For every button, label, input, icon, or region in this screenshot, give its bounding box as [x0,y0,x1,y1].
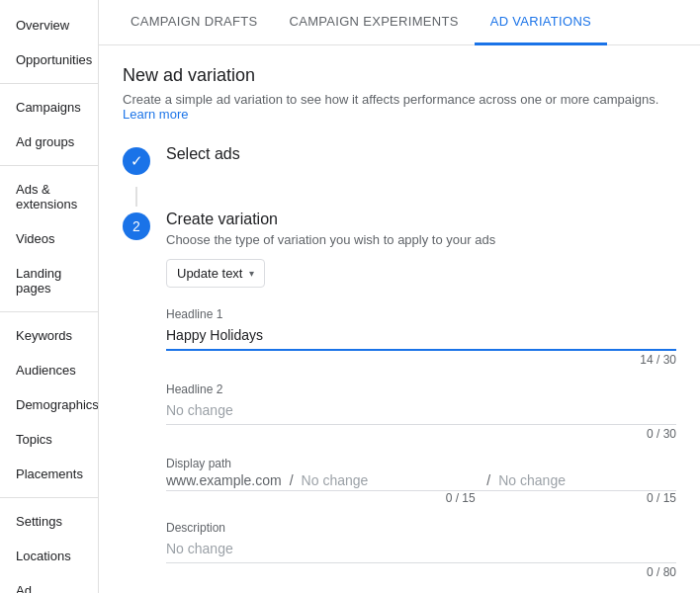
path-separator-1: / [290,472,294,488]
page-title: New ad variation [123,65,676,86]
sidebar-item-settings[interactable]: Settings [0,504,98,539]
sidebar-item-locations[interactable]: Locations [0,539,98,573]
update-text-dropdown[interactable]: Update text ▾ [166,259,265,288]
step-1-title: Select ads [166,145,676,163]
sidebar: Overview Opportunities Campaigns Ad grou… [0,0,99,593]
page-subtitle: Create a simple ad variation to see how … [123,92,676,122]
sidebar-item-ads-extensions[interactable]: Ads & extensions [0,172,98,221]
sidebar-item-placements[interactable]: Placements [0,457,98,491]
sidebar-divider-1 [0,83,98,84]
display-path-segment1[interactable]: No change [302,472,480,488]
display-path-field-group: Display path www.example.com / No change… [166,457,676,505]
headline2-label: Headline 2 [166,382,676,396]
description-underline [166,562,676,563]
sidebar-item-landing-pages[interactable]: Landing pages [0,256,98,305]
sidebar-item-campaigns[interactable]: Campaigns [0,90,98,125]
sidebar-item-demographics[interactable]: Demographics [0,387,98,422]
headline1-label: Headline 1 [166,307,676,321]
description-value[interactable]: No change [166,537,676,560]
sidebar-item-videos[interactable]: Videos [0,221,98,256]
tab-campaign-experiments[interactable]: CAMPAIGN EXPERIMENTS [274,0,475,45]
step-1: ✓ Select ads [123,145,676,175]
display-path-segment2[interactable]: No change [498,472,676,488]
content-area: New ad variation Create a simple ad vari… [99,45,700,593]
sidebar-divider-3 [0,311,98,312]
learn-more-link[interactable]: Learn more [123,107,188,122]
dropdown-label: Update text [177,266,243,281]
display-path-counter2: 0 / 15 [522,491,676,505]
step-2-content: Create variation Choose the type of vari… [166,211,676,593]
headline1-value[interactable]: Happy Holidays [166,323,676,347]
step-connector [135,187,137,207]
headline2-value[interactable]: No change [166,398,676,422]
tab-campaign-drafts[interactable]: CAMPAIGN DRAFTS [115,0,274,45]
description-label: Description [166,521,676,535]
display-path-label: Display path [166,457,676,470]
step-1-content: Select ads [166,145,676,167]
display-path-counter1: 0 / 15 [320,491,475,505]
headline1-counter: 14 / 30 [166,353,676,367]
display-path-base: www.example.com [166,472,282,488]
sidebar-item-opportunities[interactable]: Opportunities [0,42,98,77]
sidebar-item-audiences[interactable]: Audiences [0,353,98,387]
sidebar-item-keywords[interactable]: Keywords [0,318,98,353]
sidebar-divider-2 [0,165,98,166]
headline1-underline [166,349,676,351]
tab-ad-variations[interactable]: AD VARIATIONS [475,0,607,45]
step-2-title: Create variation [166,211,676,228]
tab-bar: CAMPAIGN DRAFTS CAMPAIGN EXPERIMENTS AD … [99,0,700,45]
variation-description: Choose the type of variation you wish to… [166,232,676,247]
path-separator-2: / [486,472,490,488]
step-2-icon: 2 [123,212,150,240]
headline2-field-group: Headline 2 No change 0 / 30 [166,382,676,441]
headline2-underline [166,424,676,425]
step-1-icon: ✓ [123,147,150,175]
description-counter: 0 / 80 [166,565,676,579]
checkmark-icon: ✓ [131,152,143,170]
headline1-field-group: Headline 1 Happy Holidays 14 / 30 [166,307,676,367]
headline2-counter: 0 / 30 [166,427,676,441]
description-field-group: Description No change 0 / 80 [166,521,676,579]
sidebar-item-topics[interactable]: Topics [0,422,98,457]
main-content: CAMPAIGN DRAFTS CAMPAIGN EXPERIMENTS AD … [99,0,700,593]
display-path-row: www.example.com / No change / No change [166,472,676,488]
sidebar-item-overview[interactable]: Overview [0,8,98,42]
chevron-down-icon: ▾ [249,268,254,279]
sidebar-divider-4 [0,497,98,498]
sidebar-item-ad-schedule[interactable]: Ad schedule [0,573,98,593]
sidebar-item-ad-groups[interactable]: Ad groups [0,125,98,159]
step-2: 2 Create variation Choose the type of va… [123,211,676,593]
